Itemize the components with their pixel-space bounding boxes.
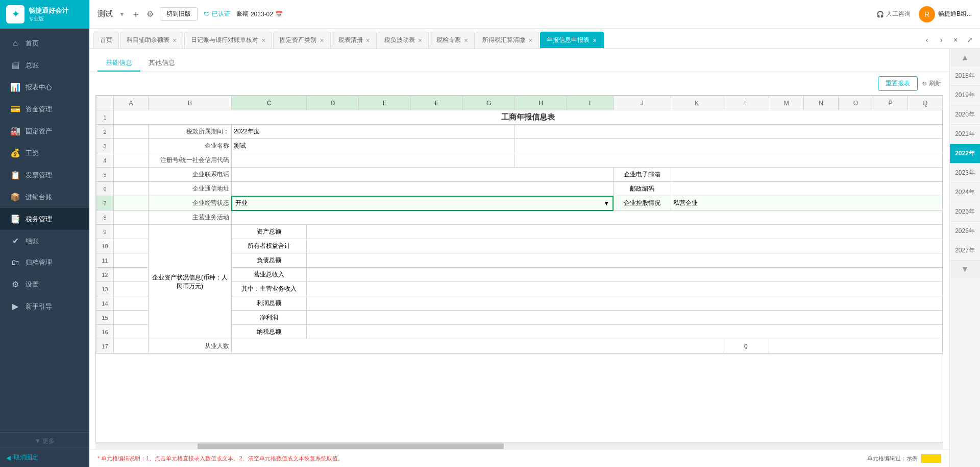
tab-tax-fluctuation[interactable]: 税负波动表 × [378,32,429,48]
sidebar-scroll-down[interactable]: ▼ 更多 [0,435,89,448]
cell-2H[interactable] [515,125,943,139]
col-header-E[interactable]: E [359,96,411,110]
cell-6C[interactable] [232,182,613,196]
col-header-F[interactable]: F [411,96,463,110]
col-header-A[interactable]: A [113,96,148,110]
col-header-D[interactable]: D [307,96,359,110]
sidebar-unpin-button[interactable]: ◀ ◀取消固定 取消固定 [0,448,89,467]
cell-12A[interactable] [113,268,148,282]
cell-10A[interactable] [113,239,148,253]
col-header-P[interactable]: P [873,96,908,110]
cell-5C[interactable] [232,168,613,182]
sidebar-item-invoice[interactable]: 📋 发票管理 [0,164,89,186]
tab-close-icon[interactable]: × [366,36,370,44]
add-button[interactable]: ＋ [131,8,140,20]
cell-7A[interactable] [113,196,148,211]
switch-version-button[interactable]: 切到旧版 [160,7,198,21]
year-scroll-down[interactable]: ▼ [950,261,980,278]
cell-16D[interactable] [307,325,943,339]
cell-6A[interactable] [113,182,148,196]
sidebar-item-fund[interactable]: 💳 资金管理 [0,98,89,120]
sidebar-item-settle[interactable]: ✔ 结账 [0,230,89,252]
year-item-2022[interactable]: 2022年 [950,144,980,164]
cell-12D[interactable] [307,268,943,282]
tab-close-all-button[interactable]: × [949,32,962,48]
tab-home[interactable]: 首页 [93,32,119,48]
cell-4C[interactable] [232,153,515,168]
cell-15D[interactable] [307,311,943,325]
tab-subject-balance[interactable]: 科目辅助余额表 × [120,32,183,48]
customer-service-button[interactable]: 🎧 人工咨询 [876,10,911,18]
col-header-G[interactable]: G [463,96,515,110]
cell-2C[interactable]: 2022年度 [232,125,515,139]
sidebar-item-home[interactable]: ⌂ 首页 [0,33,89,54]
tab-next-button[interactable]: › [935,32,947,48]
tab-prev-button[interactable]: ‹ [921,32,933,48]
cell-14A[interactable] [113,296,148,311]
tab-close-icon[interactable]: × [418,36,422,44]
col-header-M[interactable]: M [769,96,804,110]
calendar-icon[interactable]: 📅 [275,11,283,18]
cell-5K[interactable] [671,168,942,182]
sheet-title[interactable]: 工商年报信息表 [113,110,942,125]
sidebar-item-stock[interactable]: 📦 进销台账 [0,186,89,208]
cell-11A[interactable] [113,253,148,268]
user-menu[interactable]: R 畅捷通B组... [919,6,972,22]
col-header-O[interactable]: O [839,96,873,110]
cell-5A[interactable] [113,168,148,182]
year-item-2027[interactable]: 2027年 [950,241,980,261]
cell-7C-dropdown[interactable]: 开业 ▼ [232,196,613,211]
tab-expand-button[interactable]: ⤢ [964,32,976,48]
tab-close-icon[interactable]: × [464,36,468,44]
cell-9D[interactable] [307,225,943,239]
year-item-2024[interactable]: 2024年 [950,183,980,202]
tab-close-icon[interactable]: × [528,36,532,44]
col-header-L[interactable]: L [723,96,769,110]
sidebar-item-report[interactable]: 📊 报表中心 [0,76,89,98]
cell-8C[interactable] [232,211,943,225]
year-item-2021[interactable]: 2021年 [950,125,980,144]
reset-report-button[interactable]: 重置报表 [878,76,918,91]
cell-17L[interactable]: 0 [723,339,769,354]
sidebar-item-guide[interactable]: ▶ 新手引导 [0,295,89,317]
col-header-C[interactable]: C [232,96,307,110]
sub-tab-other[interactable]: 其他信息 [140,55,183,72]
sidebar-item-ledger[interactable]: ▤ 总账 [0,54,89,76]
tab-income-tax[interactable]: 所得税汇算清缴 × [476,32,539,48]
cell-13A[interactable] [113,282,148,296]
year-item-2023[interactable]: 2023年 [950,164,980,183]
settings-button[interactable]: ⚙ [146,9,154,19]
col-header-H[interactable]: H [515,96,567,110]
col-header-J[interactable]: J [613,96,671,110]
cell-3A[interactable] [113,139,148,153]
horizontal-scrollbar[interactable] [95,443,943,449]
col-header-K[interactable]: K [671,96,723,110]
dropdown-arrow[interactable]: ▼ [119,11,125,18]
cell-10D[interactable] [307,239,943,253]
year-item-2018[interactable]: 2018年 [950,66,980,86]
sub-tab-basic[interactable]: 基础信息 [97,55,140,72]
cell-6K[interactable] [671,182,942,196]
col-header-B[interactable]: B [148,96,231,110]
cell-8A[interactable] [113,211,148,225]
cell-13D[interactable] [307,282,943,296]
cell-7K[interactable]: 私营企业 [671,196,942,211]
refresh-button[interactable]: ↻ 刷新 [922,76,941,91]
tab-close-icon[interactable]: × [261,36,265,44]
cell-2A[interactable] [113,125,148,139]
tab-tax-list[interactable]: 税表清册 × [332,32,377,48]
tab-annual-report[interactable]: 年报信息申报表 × [540,32,603,48]
sidebar-item-archive[interactable]: 🗂 归档管理 [0,252,89,273]
sidebar-item-tax[interactable]: 📑 税务管理 [0,208,89,230]
cell-3H[interactable] [515,139,943,153]
year-scroll-up[interactable]: ▲ [950,49,980,66]
year-item-2020[interactable]: 2020年 [950,105,980,125]
cell-17A[interactable] [113,339,148,354]
cell-14D[interactable] [307,296,943,311]
sidebar-item-asset[interactable]: 🏭 固定资产 [0,120,89,142]
col-header-N[interactable]: N [804,96,839,110]
col-header-I[interactable]: I [567,96,613,110]
cell-17C[interactable] [232,339,723,354]
sidebar-item-salary[interactable]: 💰 工资 [0,142,89,164]
tab-fixed-asset-type[interactable]: 固定资产类别 × [273,32,330,48]
